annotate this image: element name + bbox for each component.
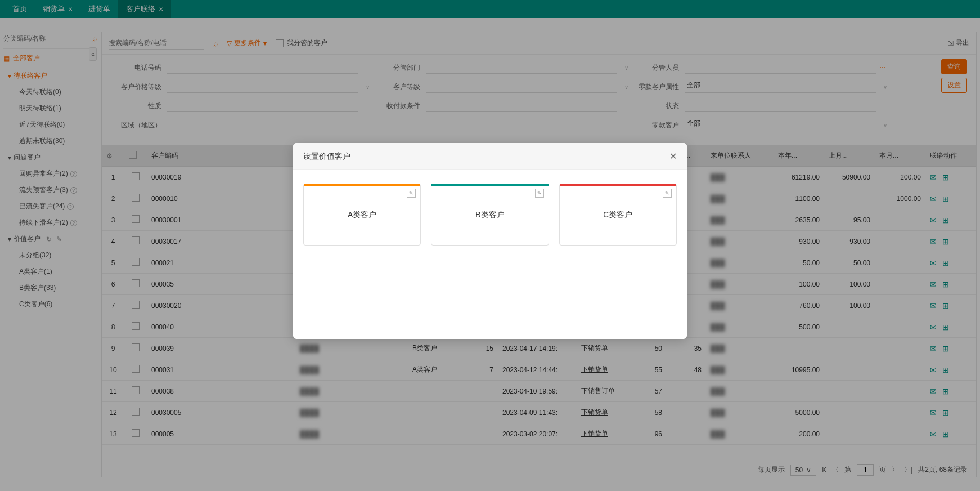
edit-icon[interactable]: ✎ xyxy=(663,189,672,198)
edit-icon[interactable]: ✎ xyxy=(535,189,544,198)
value-customer-modal: 设置价值客户 ✕ ✎ A类客户 ✎ B类客户 ✎ C类客户 xyxy=(293,143,687,339)
card-class-a[interactable]: ✎ A类客户 xyxy=(303,184,421,246)
edit-icon[interactable]: ✎ xyxy=(407,189,416,198)
card-class-b[interactable]: ✎ B类客户 xyxy=(431,184,549,246)
card-label-b: B类客户 xyxy=(431,210,548,220)
card-label-c: C类客户 xyxy=(560,210,676,220)
card-class-c[interactable]: ✎ C类客户 xyxy=(559,184,677,246)
close-icon[interactable]: ✕ xyxy=(669,151,677,162)
modal-title: 设置价值客户 xyxy=(303,151,350,162)
card-label-a: A类客户 xyxy=(304,210,420,220)
